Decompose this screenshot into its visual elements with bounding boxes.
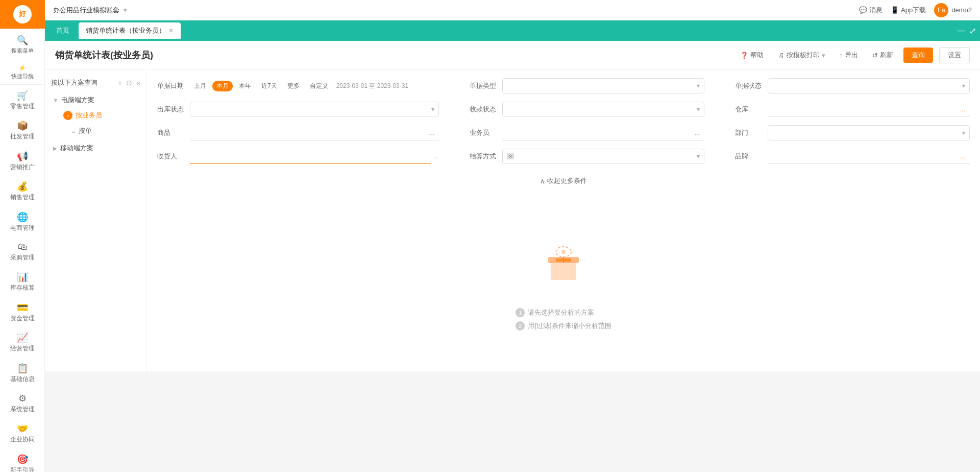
search-label: 搜索菜单 bbox=[11, 47, 34, 55]
dept-dropdown[interactable]: ▾ bbox=[768, 125, 970, 140]
out-status-field: 出库状态 ▾ bbox=[157, 102, 439, 117]
app-download-icon: 📱 bbox=[891, 6, 899, 14]
page-header: 销货单统计表(按业务员) ❓ 帮助 🖨 按模板打印 ▾ ↑ 导出 ↺ 刷新 bbox=[45, 41, 980, 70]
message-label: 消息 bbox=[869, 6, 883, 15]
date-tab-本年[interactable]: 本年 bbox=[235, 81, 255, 91]
tip-num-1: 1 bbox=[516, 308, 525, 317]
export-label: 导出 bbox=[845, 51, 858, 60]
purchase-icon: 🛍 bbox=[18, 242, 27, 252]
filter-panel-header: 按以下方案查询 + ⊙ « bbox=[45, 75, 146, 90]
salesman-scheme-icon: ○ bbox=[63, 111, 72, 120]
settlement-dropdown[interactable]: × ▾ bbox=[502, 149, 704, 164]
warehouse-input[interactable]: … bbox=[768, 102, 970, 117]
filter-row-1: 单据日期 上月本月本年近7天更多自定义 2023-03-01 至 2023-03… bbox=[157, 78, 970, 93]
tab-close-icon[interactable]: ✕ bbox=[168, 27, 174, 34]
app-download-btn[interactable]: 📱 App下载 bbox=[891, 6, 926, 15]
tab-bar: 首页 销货单统计表（按业务员） ✕ — ⤢ bbox=[45, 20, 980, 41]
query-button[interactable]: 查询 bbox=[903, 48, 933, 63]
purchase-label: 采购管理 bbox=[10, 254, 35, 261]
retail-label: 零售管理 bbox=[10, 103, 35, 110]
tip-num-2: 2 bbox=[516, 321, 525, 331]
export-btn[interactable]: ↑ 导出 bbox=[836, 49, 863, 62]
tree-item-desktop[interactable]: ▼ 电脑端方案 bbox=[45, 92, 146, 108]
tab-sales-stat[interactable]: 销货单统计表（按业务员） ✕ bbox=[79, 22, 181, 39]
user-name: demo2 bbox=[951, 6, 972, 14]
sidebar-item-newbie[interactable]: 🎯 新手引导 bbox=[0, 449, 44, 472]
operations-label: 经营管理 bbox=[10, 345, 35, 352]
goods-more-icon[interactable]: … bbox=[429, 129, 435, 136]
tree-child-by-order[interactable]: ≡ 按单 bbox=[45, 123, 146, 138]
filter-edit-icon[interactable]: ⊙ bbox=[126, 79, 132, 87]
tab-maximize-icon[interactable]: ⤢ bbox=[969, 26, 976, 36]
page-actions: ❓ 帮助 🖨 按模板打印 ▾ ↑ 导出 ↺ 刷新 查询 设置 bbox=[736, 47, 970, 63]
sidebar-item-operations[interactable]: 📈 经营管理 bbox=[0, 327, 44, 357]
tab-home[interactable]: 首页 bbox=[49, 22, 77, 39]
collapse-btn[interactable]: ∧ 收起更多条件 bbox=[540, 176, 587, 185]
settlement-x-badge[interactable]: × bbox=[507, 153, 514, 159]
date-tab-更多[interactable]: 更多 bbox=[283, 81, 304, 91]
filter-add-icon[interactable]: + bbox=[118, 79, 122, 87]
date-tab-本月[interactable]: 本月 bbox=[212, 81, 233, 91]
doc-type-dropdown[interactable]: ▾ bbox=[502, 78, 704, 93]
doc-status-dropdown[interactable]: ▾ bbox=[768, 78, 970, 93]
date-tab-上月[interactable]: 上月 bbox=[190, 81, 210, 91]
tree-child-order-label: 按单 bbox=[79, 126, 92, 135]
receipt-status-field: 收款状态 ▾ bbox=[470, 102, 704, 117]
filter-row-3: 商品 … 业务员 … bbox=[157, 125, 970, 140]
salesman-input[interactable]: … bbox=[502, 125, 704, 140]
receipt-status-dropdown[interactable]: ▾ bbox=[502, 102, 704, 117]
tab-minimize-icon[interactable]: — bbox=[957, 26, 965, 35]
quick-nav-section[interactable]: ⚡ 快捷导航 bbox=[0, 59, 44, 85]
settings-button[interactable]: 设置 bbox=[939, 47, 970, 63]
print-btn[interactable]: 🖨 按模板打印 ▾ bbox=[774, 49, 829, 62]
sidebar-item-system[interactable]: ⚙ 系统管理 bbox=[0, 388, 44, 418]
quick-nav-icon: ⚡ bbox=[18, 64, 26, 72]
message-icon: 💬 bbox=[859, 6, 867, 14]
collapse-label: 收起更多条件 bbox=[547, 176, 587, 185]
app-selector-text: 办公用品行业模拟账套 bbox=[53, 6, 119, 15]
sidebar-item-wholesale[interactable]: 📦 批发管理 bbox=[0, 115, 44, 145]
sidebar-item-enterprise[interactable]: 🤝 企业协同 bbox=[0, 418, 44, 448]
brand-input[interactable]: … bbox=[768, 149, 970, 164]
filter-panel: 按以下方案查询 + ⊙ « ▼ 电脑端方案 ○ 按业务员 bbox=[45, 70, 147, 371]
app-selector-area[interactable]: 办公用品行业模拟账套 ▾ bbox=[53, 6, 127, 15]
sidebar-item-ecommerce[interactable]: 🌐 电商管理 bbox=[0, 206, 44, 237]
tab-sales-stat-label: 销货单统计表（按业务员） bbox=[86, 26, 165, 35]
message-btn[interactable]: 💬 消息 bbox=[859, 6, 883, 15]
tree-child-salesman[interactable]: ○ 按业务员 bbox=[45, 108, 146, 123]
marketing-label: 营销推广 bbox=[10, 163, 35, 171]
out-status-dropdown[interactable]: ▾ bbox=[190, 102, 439, 117]
sidebar-item-sales[interactable]: 💰 销售管理 bbox=[0, 176, 44, 206]
brand-more-icon[interactable]: … bbox=[960, 153, 966, 160]
filter-collapse-icon[interactable]: « bbox=[136, 79, 140, 87]
date-tab-近7天[interactable]: 近7天 bbox=[257, 81, 281, 91]
salesman-more-icon[interactable]: … bbox=[694, 129, 700, 136]
refresh-btn[interactable]: ↺ 刷新 bbox=[868, 49, 897, 62]
inventory-label: 库存核算 bbox=[10, 284, 35, 291]
sidebar-search-section[interactable]: 🔍 搜索菜单 bbox=[0, 29, 44, 59]
sidebar-item-purchase[interactable]: 🛍 采购管理 bbox=[0, 237, 44, 266]
filter-panel-icons: + ⊙ « bbox=[118, 79, 140, 87]
goods-input[interactable]: … bbox=[190, 125, 439, 140]
receiver-input[interactable] bbox=[190, 149, 431, 164]
doc-type-arrow-icon: ▾ bbox=[697, 82, 700, 89]
sidebar-item-inventory[interactable]: 📊 库存核算 bbox=[0, 266, 44, 296]
date-tab-自定义[interactable]: 自定义 bbox=[306, 81, 332, 91]
warehouse-more-icon[interactable]: … bbox=[960, 106, 966, 113]
tree-item-mobile[interactable]: ▶ 移动端方案 bbox=[45, 140, 146, 156]
sidebar-item-retail[interactable]: 🛒 零售管理 bbox=[0, 85, 44, 115]
tree-item-desktop-label: 电脑端方案 bbox=[61, 96, 94, 105]
logo-icon: 好 bbox=[13, 5, 32, 23]
doc-status-label: 单据状态 bbox=[735, 81, 764, 90]
by-order-icon: ≡ bbox=[71, 127, 76, 135]
receiver-more-icon[interactable]: … bbox=[433, 153, 439, 160]
receiver-label: 收货人 bbox=[157, 152, 186, 161]
print-icon: 🖨 bbox=[778, 52, 785, 59]
sidebar-item-finance[interactable]: 💳 资金管理 bbox=[0, 297, 44, 327]
goods-field: 商品 … bbox=[157, 125, 439, 140]
sidebar-item-marketing[interactable]: 📢 营销推广 bbox=[0, 146, 44, 176]
help-btn[interactable]: ❓ 帮助 bbox=[736, 49, 768, 62]
sidebar-item-basic[interactable]: 📋 基础信息 bbox=[0, 358, 44, 388]
user-area[interactable]: Ea demo2 bbox=[934, 3, 972, 17]
top-header: 办公用品行业模拟账套 ▾ 💬 消息 📱 App下载 Ea demo2 bbox=[45, 0, 980, 20]
